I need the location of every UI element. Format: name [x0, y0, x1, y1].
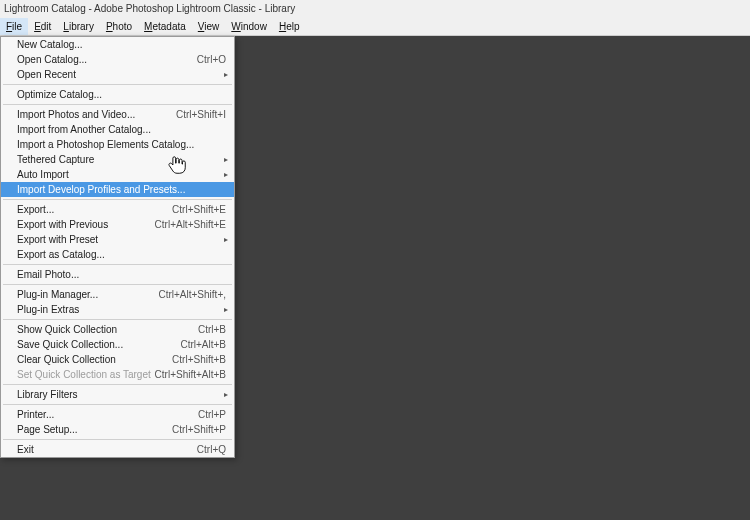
menu-item[interactable]: Printer...Ctrl+P [1, 407, 234, 422]
menu-item[interactable]: Import Photos and Video...Ctrl+Shift+I [1, 107, 234, 122]
menu-item[interactable]: Clear Quick CollectionCtrl+Shift+B [1, 352, 234, 367]
menu-item-shortcut: Ctrl+Shift+E [172, 204, 226, 215]
menu-item[interactable]: Save Quick Collection...Ctrl+Alt+B [1, 337, 234, 352]
menu-item[interactable]: Auto Import▸ [1, 167, 234, 182]
menu-item-label: Export as Catalog... [17, 249, 226, 260]
menu-separator [3, 104, 232, 105]
menu-item-label: Import Photos and Video... [17, 109, 176, 120]
menu-item[interactable]: Export with PreviousCtrl+Alt+Shift+E [1, 217, 234, 232]
menu-view[interactable]: View [192, 18, 226, 35]
menu-photo[interactable]: Photo [100, 18, 138, 35]
menu-item[interactable]: Open Recent▸ [1, 67, 234, 82]
menu-item-shortcut: Ctrl+Alt+Shift+E [155, 219, 226, 230]
menu-item-label: Export... [17, 204, 172, 215]
menu-item-label: Export with Preset [17, 234, 226, 245]
menu-item-label: Email Photo... [17, 269, 226, 280]
menu-item-label: Export with Previous [17, 219, 155, 230]
submenu-arrow-icon: ▸ [224, 390, 228, 399]
submenu-arrow-icon: ▸ [224, 235, 228, 244]
menu-item-shortcut: Ctrl+O [197, 54, 226, 65]
menu-item[interactable]: Plug-in Manager...Ctrl+Alt+Shift+, [1, 287, 234, 302]
menu-item[interactable]: Open Catalog...Ctrl+O [1, 52, 234, 67]
menu-item-label: Show Quick Collection [17, 324, 198, 335]
menu-metadata[interactable]: Metadata [138, 18, 192, 35]
menu-item-label: Optimize Catalog... [17, 89, 226, 100]
menu-item-label: Save Quick Collection... [17, 339, 180, 350]
menu-item-label: Open Recent [17, 69, 226, 80]
menu-item-label: Import from Another Catalog... [17, 124, 226, 135]
menu-item[interactable]: Import from Another Catalog... [1, 122, 234, 137]
menu-item-shortcut: Ctrl+Shift+B [172, 354, 226, 365]
menu-item[interactable]: Export...Ctrl+Shift+E [1, 202, 234, 217]
menu-item-label: Set Quick Collection as Target [17, 369, 155, 380]
menu-item[interactable]: New Catalog... [1, 37, 234, 52]
menu-item-shortcut: Ctrl+B [198, 324, 226, 335]
menu-item-shortcut: Ctrl+Alt+Shift+, [158, 289, 226, 300]
menu-item[interactable]: ExitCtrl+Q [1, 442, 234, 457]
menu-separator [3, 284, 232, 285]
menu-item-label: Import Develop Profiles and Presets... [17, 184, 226, 195]
menu-item[interactable]: Import Develop Profiles and Presets... [1, 182, 234, 197]
menu-item[interactable]: Library Filters▸ [1, 387, 234, 402]
menu-item[interactable]: Tethered Capture▸ [1, 152, 234, 167]
menu-item[interactable]: Show Quick CollectionCtrl+B [1, 322, 234, 337]
menu-window[interactable]: Window [225, 18, 273, 35]
menu-separator [3, 439, 232, 440]
menu-item[interactable]: Export as Catalog... [1, 247, 234, 262]
menu-item-label: Library Filters [17, 389, 226, 400]
menu-help[interactable]: Help [273, 18, 306, 35]
menu-item-label: Printer... [17, 409, 198, 420]
menu-separator [3, 199, 232, 200]
menu-item[interactable]: Plug-in Extras▸ [1, 302, 234, 317]
menu-item[interactable]: Export with Preset▸ [1, 232, 234, 247]
menubar: FileEditLibraryPhotoMetadataViewWindowHe… [0, 18, 750, 36]
menu-separator [3, 264, 232, 265]
menu-item-label: New Catalog... [17, 39, 226, 50]
menu-item-shortcut: Ctrl+Shift+P [172, 424, 226, 435]
menu-edit[interactable]: Edit [28, 18, 57, 35]
menu-item-label: Clear Quick Collection [17, 354, 172, 365]
submenu-arrow-icon: ▸ [224, 170, 228, 179]
menu-separator [3, 319, 232, 320]
menu-item-label: Plug-in Extras [17, 304, 226, 315]
submenu-arrow-icon: ▸ [224, 305, 228, 314]
menu-item-label: Auto Import [17, 169, 226, 180]
menu-item-shortcut: Ctrl+Shift+I [176, 109, 226, 120]
menu-item[interactable]: Page Setup...Ctrl+Shift+P [1, 422, 234, 437]
menu-item-label: Open Catalog... [17, 54, 197, 65]
menu-item-label: Tethered Capture [17, 154, 226, 165]
menu-separator [3, 384, 232, 385]
submenu-arrow-icon: ▸ [224, 155, 228, 164]
menu-item-shortcut: Ctrl+P [198, 409, 226, 420]
menu-item-shortcut: Ctrl+Shift+Alt+B [155, 369, 226, 380]
menu-item[interactable]: Import a Photoshop Elements Catalog... [1, 137, 234, 152]
menu-separator [3, 84, 232, 85]
menu-item[interactable]: Optimize Catalog... [1, 87, 234, 102]
menu-item-shortcut: Ctrl+Alt+B [180, 339, 226, 350]
window-titlebar: Lightroom Catalog - Adobe Photoshop Ligh… [0, 0, 750, 18]
menu-item[interactable]: Email Photo... [1, 267, 234, 282]
menu-item-label: Exit [17, 444, 197, 455]
menu-item-label: Import a Photoshop Elements Catalog... [17, 139, 226, 150]
window-title: Lightroom Catalog - Adobe Photoshop Ligh… [4, 3, 295, 14]
menu-file[interactable]: File [0, 18, 28, 35]
menu-item-label: Page Setup... [17, 424, 172, 435]
menu-library[interactable]: Library [57, 18, 100, 35]
menu-item: Set Quick Collection as TargetCtrl+Shift… [1, 367, 234, 382]
menu-item-shortcut: Ctrl+Q [197, 444, 226, 455]
menu-separator [3, 404, 232, 405]
submenu-arrow-icon: ▸ [224, 70, 228, 79]
file-menu-dropdown: New Catalog...Open Catalog...Ctrl+OOpen … [0, 36, 235, 458]
menu-item-label: Plug-in Manager... [17, 289, 158, 300]
